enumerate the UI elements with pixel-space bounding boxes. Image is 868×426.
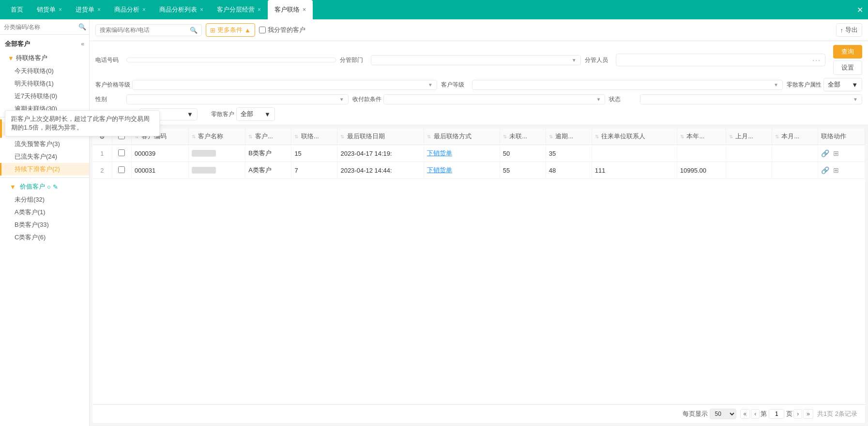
col-last-contact-date[interactable]: 最后联络日期: [337, 128, 424, 145]
filter-field-phone: 电话号码: [95, 56, 336, 64]
row1-customer-type: B类客户: [245, 145, 291, 162]
next-page-btn[interactable]: ›: [793, 409, 802, 419]
prev-page-btn[interactable]: ‹: [751, 409, 760, 419]
row1-select-checkbox[interactable]: [118, 149, 125, 156]
filter-field-payment: 收付款条件 ▼: [352, 94, 606, 104]
tab-home[interactable]: 首页: [4, 0, 30, 19]
status-input[interactable]: ▼: [640, 94, 862, 104]
first-page-btn[interactable]: «: [740, 409, 750, 419]
export-btn[interactable]: ↑ 导出: [836, 23, 863, 37]
col-last-month[interactable]: 上月...: [726, 128, 772, 145]
row2-select-checkbox[interactable]: [118, 166, 125, 173]
all-customers-header[interactable]: 全部客户 «: [0, 37, 89, 51]
tab-product-analysis-list-close[interactable]: ×: [200, 6, 203, 13]
col-this-month[interactable]: 本月...: [772, 128, 818, 145]
settings-btn[interactable]: 设置: [833, 60, 862, 75]
sidebar-collapse-btn[interactable]: «: [81, 41, 84, 47]
row1-link-icon[interactable]: 🔗: [821, 149, 829, 157]
sidebar-item-class-b[interactable]: B类客户(33): [0, 219, 89, 231]
sidebar-item-7days[interactable]: 近7天待联络(0): [0, 90, 89, 103]
main-layout: 🔍 全部客户 « ▼ 待联络客户 今天待联络(0) 明天待联络(1) 近7天待联…: [0, 19, 868, 426]
page-label: 第: [761, 410, 767, 418]
zero-retail-input[interactable]: 全部 ▼: [236, 107, 275, 121]
row2-checkbox[interactable]: [112, 162, 131, 179]
col-customer-type[interactable]: 客户...: [245, 128, 291, 145]
row2-last-contact-method[interactable]: 下销货单: [424, 162, 500, 179]
filter-field-status: 状态 ▼: [609, 94, 862, 104]
col-customer-name[interactable]: 客户名称: [188, 128, 245, 145]
filter-bar: 🔍 ⊞ 更多条件 ▲ 我分管的客户 ↑ 导出: [90, 19, 868, 41]
price-level-input[interactable]: ▼: [132, 80, 437, 90]
tab-customer-contact[interactable]: 客户联络 ×: [268, 0, 313, 19]
search-input[interactable]: [100, 27, 188, 33]
status-arrow: ▼: [853, 97, 858, 102]
sidebar-item-unclassified[interactable]: 未分组(32): [0, 193, 89, 206]
row2-more-icon[interactable]: ⊞: [833, 166, 839, 174]
page-num-input[interactable]: [769, 409, 784, 419]
sidebar-search-input[interactable]: [4, 24, 76, 30]
row1-name-blurred: [192, 150, 216, 157]
price-level-label: 客户价格等级: [95, 81, 130, 89]
h-scrollbar[interactable]: [95, 397, 862, 403]
filter-search-icon[interactable]: 🔍: [190, 27, 198, 34]
col-overdue[interactable]: 逾期...: [546, 128, 592, 145]
sidebar-item-declining[interactable]: 持续下滑客户(2): [0, 163, 89, 176]
zero-retail-attr-input[interactable]: 全部 ▼: [823, 78, 862, 91]
customer-level-input[interactable]: ▼: [472, 80, 783, 90]
row1-action-icons: 🔗 ⊞: [821, 149, 862, 157]
my-customers-checkbox[interactable]: [259, 27, 266, 33]
division-dept-input[interactable]: ▼: [371, 55, 580, 65]
tab-product-analysis[interactable]: 商品分析 ×: [107, 0, 152, 19]
group-value-settings-icon[interactable]: ✎: [53, 183, 58, 191]
col-unit-contacts[interactable]: 往来单位联系人: [592, 128, 677, 145]
row1-customer-name: [188, 145, 245, 162]
tab-customer-segment[interactable]: 客户分层经营 ×: [210, 0, 268, 19]
sidebar-item-tomorrow[interactable]: 明天待联络(1): [0, 77, 89, 90]
sidebar-item-today[interactable]: 今天待联络(0): [0, 65, 89, 77]
tab-customer-segment-close[interactable]: ×: [258, 6, 261, 13]
group-pending-contact[interactable]: ▼ 待联络客户: [0, 51, 89, 65]
gender-input[interactable]: ▼: [126, 94, 349, 104]
payment-input[interactable]: ▼: [383, 94, 606, 104]
data-table-wrap: ⚙ 客户编码 客户名称 客户.: [92, 128, 865, 397]
phone-input[interactable]: [126, 58, 336, 62]
division-person-input[interactable]: ···: [616, 54, 825, 66]
sidebar-item-class-c[interactable]: C类客户(6): [0, 231, 89, 244]
col-this-year[interactable]: 本年...: [677, 128, 726, 145]
filter-row-4: ··· 客户类型 ▼ 零散客户 全部 ▼: [95, 107, 862, 121]
tab-product-analysis-list[interactable]: 商品分析列表 ×: [152, 0, 210, 19]
more-conditions-btn[interactable]: ⊞ 更多条件 ▲: [206, 23, 255, 37]
close-all-button[interactable]: ✕: [857, 5, 863, 15]
sidebar-search-icon[interactable]: 🔍: [78, 23, 86, 30]
col-last-contact-method[interactable]: 最后联络方式: [424, 128, 500, 145]
sidebar-item-churn-warning[interactable]: 流失预警客户(3): [0, 138, 89, 150]
page-suffix: 页: [786, 410, 792, 418]
group-value-edit-icon[interactable]: ○: [47, 183, 51, 191]
tab-purchase-close[interactable]: ×: [97, 6, 101, 13]
row1-checkbox[interactable]: [112, 145, 131, 162]
tab-purchase[interactable]: 进货单 ×: [69, 0, 107, 19]
tab-product-analysis-close[interactable]: ×: [142, 6, 146, 13]
zero-retail-attr-value: 全部: [828, 80, 840, 89]
page-size-select[interactable]: 50 20 100: [710, 409, 736, 419]
zero-retail-wrap: 零散客户 全部 ▼: [211, 107, 275, 121]
row1-more-icon[interactable]: ⊞: [833, 149, 839, 157]
sidebar-item-churned[interactable]: 已流失客户(24): [0, 150, 89, 163]
tab-sales[interactable]: 销货单 ×: [30, 0, 69, 19]
col-contact-count[interactable]: 联络...: [291, 128, 337, 145]
row2-link-icon[interactable]: 🔗: [821, 166, 829, 174]
row2-unit-contacts: 111: [592, 162, 677, 179]
row2-index: 2: [92, 162, 112, 179]
sidebar-item-class-a[interactable]: A类客户(1): [0, 206, 89, 219]
last-page-btn[interactable]: »: [803, 409, 813, 419]
col-uncontacted[interactable]: 未联...: [500, 128, 546, 145]
query-btn[interactable]: 查询: [833, 45, 862, 59]
customer-level-label: 客户等级: [441, 81, 470, 89]
row1-last-contact-method[interactable]: 下销货单: [424, 145, 500, 162]
payment-arrow: ▼: [596, 97, 601, 102]
tab-customer-contact-close[interactable]: ×: [303, 6, 306, 13]
division-person-dots: ···: [812, 56, 821, 64]
tab-sales-close[interactable]: ×: [59, 6, 62, 13]
pagination-bar: 每页显示 50 20 100 « ‹ 第 页 ›: [92, 404, 865, 423]
phone-label: 电话号码: [95, 56, 124, 64]
